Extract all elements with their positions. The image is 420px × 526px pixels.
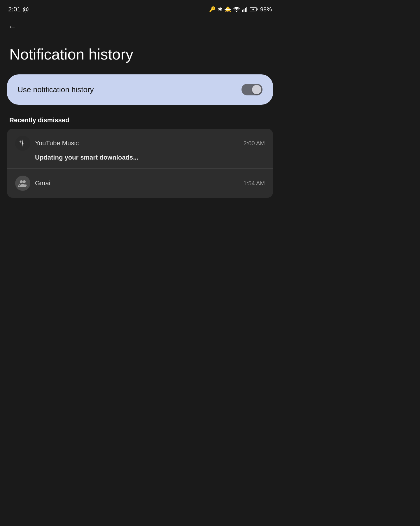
status-bar: 2:01 @ 🔑 ✱ 🔔 98% [0, 0, 280, 16]
notification-item-youtube-music[interactable]: YouTube Music 2:00 AM Updating your smar… [7, 129, 273, 168]
app-info: YouTube Music [15, 136, 79, 151]
notification-history-toggle-card[interactable]: Use notification history [7, 74, 273, 105]
notification-history-toggle[interactable] [242, 84, 262, 95]
gmail-app-icon [15, 176, 30, 191]
gmail-notification-time: 1:54 AM [244, 180, 265, 187]
signal-icon [242, 7, 247, 12]
youtube-music-notification-time: 2:00 AM [244, 140, 265, 147]
gmail-app-name: Gmail [35, 179, 52, 187]
notification-cards-container: YouTube Music 2:00 AM Updating your smar… [7, 129, 273, 198]
wifi-icon [233, 7, 240, 12]
svg-rect-6 [257, 8, 258, 10]
gmail-top-row: Gmail 1:54 AM [15, 176, 265, 191]
battery-icon [250, 7, 258, 12]
svg-rect-2 [244, 9, 244, 12]
svg-point-7 [20, 180, 23, 183]
svg-point-0 [236, 11, 237, 12]
toggle-knob [252, 85, 261, 94]
back-button[interactable]: ← [0, 16, 280, 34]
status-icons-group: 🔑 ✱ 🔔 98% [209, 6, 272, 13]
back-arrow-icon: ← [8, 22, 16, 31]
svg-rect-4 [246, 7, 247, 12]
notification-item-gmail[interactable]: Gmail 1:54 AM [7, 168, 273, 198]
svg-point-8 [23, 180, 26, 183]
status-time: 2:01 @ [8, 6, 29, 13]
youtube-music-app-name: YouTube Music [35, 139, 79, 147]
recently-dismissed-heading: Recently dismissed [0, 114, 280, 129]
svg-rect-3 [245, 8, 246, 12]
notification-top-row: YouTube Music 2:00 AM [15, 136, 265, 151]
svg-rect-1 [242, 10, 243, 12]
mute-icon: 🔔 [225, 6, 231, 13]
yt-music-sparkle-icon [18, 139, 27, 148]
youtube-music-app-icon [15, 136, 30, 151]
time-display: 2:01 [8, 6, 21, 13]
at-symbol: @ [22, 6, 29, 13]
gmail-group-icon [18, 179, 27, 187]
youtube-music-notification-message: Updating your smart downloads... [15, 154, 265, 161]
page-title: Notification history [0, 34, 280, 74]
bluetooth-icon: ✱ [218, 6, 222, 13]
gmail-app-info: Gmail [15, 176, 52, 191]
toggle-label: Use notification history [18, 85, 94, 94]
key-icon: 🔑 [209, 6, 216, 13]
battery-percent: 98% [260, 6, 272, 13]
